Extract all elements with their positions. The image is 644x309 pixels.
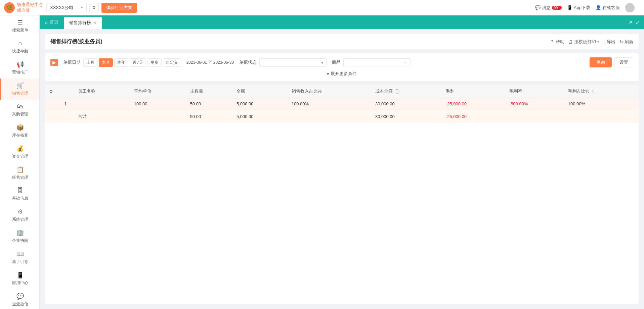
- date-btn-last-7-days[interactable]: 近7天: [130, 58, 146, 67]
- sidebar-item-marketing[interactable]: 📢 营销推广: [0, 57, 39, 79]
- weixin-icon: 💬: [16, 293, 24, 300]
- table-container: ⚙ 员工名称 平均单价 主数量 全额 销售收入占比% 成本全额 i: [45, 85, 639, 304]
- cell-sales-pct: 100.00%: [288, 98, 371, 110]
- sidebar-item-finance[interactable]: 💰 资金管理: [0, 142, 39, 163]
- sales-rank-table: ⚙ 员工名称 平均单价 主数量 全额 销售收入占比% 成本全额 i: [45, 85, 639, 123]
- date-btn-custom[interactable]: 自定义: [163, 58, 181, 67]
- home-icon: ⌂: [45, 20, 48, 25]
- date-btn-this-month[interactable]: 本月: [99, 58, 113, 67]
- sidebar-item-enterprise[interactable]: 🏢 企业协同: [0, 226, 39, 247]
- goods-filter-label: 商品: [332, 59, 341, 65]
- sidebar-label-purchase-mgmt: 采购管理: [12, 111, 28, 117]
- sidebar-label-enterprise: 企业协同: [12, 238, 28, 244]
- col-settings: ⚙: [45, 85, 57, 98]
- col-gross-rate: 毛利率: [505, 85, 564, 98]
- footer-sales-pct-cell: [288, 110, 371, 123]
- footer-cost-cell: 30,000.00: [371, 110, 442, 123]
- footer-settings-cell: [45, 110, 57, 123]
- col-settings-icon[interactable]: ⚙: [49, 89, 53, 94]
- footer-amount-cell: 5,000.00: [232, 110, 288, 123]
- message-button[interactable]: 💬 消息 99+: [535, 5, 562, 11]
- sidebar-item-system-mgmt[interactable]: ⚙ 系统管理: [0, 205, 39, 226]
- tab-bar: ⌂ 首页 销售排行榜 ✕ ✕ ⤢: [40, 15, 644, 29]
- guide-icon: 📖: [16, 250, 24, 258]
- avatar[interactable]: [625, 3, 635, 12]
- sidebar-label-marketing: 营销推广: [12, 69, 28, 75]
- sidebar-item-inventory[interactable]: 📦 库存核算: [0, 120, 39, 142]
- operations-icon: 📋: [16, 166, 24, 173]
- sidebar-label-operations: 经营管理: [12, 175, 28, 181]
- col-avg-price: 平均单价: [130, 85, 186, 98]
- sidebar-item-sales-mgmt[interactable]: 🛒 销售管理: [0, 79, 39, 100]
- app-download-button[interactable]: 📱 App下载: [567, 5, 590, 11]
- header-actions: ？ 帮助 🖨 按模板打印 ▾ ↓ 导出 ↻ 刷新: [550, 39, 634, 45]
- query-button[interactable]: 查询: [590, 57, 612, 67]
- goods-select-more: ···: [404, 60, 407, 65]
- footer-gross-cell: -25,000.00: [442, 110, 505, 123]
- status-select[interactable]: ▾: [259, 58, 327, 67]
- filter-date-item: 单据日期 上月 本月 本年 近7天 更多 自定义: [63, 58, 181, 67]
- sidebar: ☰ 搜索菜单 ⌂ 快捷导航 📢 营销推广 🛒 销售管理 🛍 采购管理 📦 库存核…: [0, 15, 40, 309]
- refresh-button[interactable]: ↻ 刷新: [619, 39, 633, 45]
- sidebar-label-finance: 资金管理: [12, 154, 28, 159]
- gross-pct-sort-icon[interactable]: ⇅: [591, 90, 594, 93]
- sidebar-item-quick-nav[interactable]: ⌂ 快捷导航: [0, 37, 39, 57]
- date-range-buttons: 上月 本月 本年 近7天 更多 自定义: [83, 58, 181, 67]
- cell-cost: 30,000.00: [371, 98, 442, 110]
- sidebar-item-operations[interactable]: 📋 经营管理: [0, 163, 39, 184]
- topbar-settings-button[interactable]: ⚙: [89, 3, 99, 12]
- search-order-icon: ☰: [17, 19, 23, 26]
- date-range-display: 2023-06-01 至 2023-06-30: [186, 60, 234, 65]
- print-button[interactable]: 🖨 按模板打印 ▾: [568, 39, 599, 45]
- online-service-icon: 👤: [596, 5, 601, 10]
- goods-select[interactable]: ···: [343, 58, 411, 66]
- sidebar-item-guide[interactable]: 📖 新手引导: [0, 247, 39, 268]
- sidebar-item-purchase-mgmt[interactable]: 🛍 采购管理: [0, 100, 39, 120]
- tab-sales-rank[interactable]: 销售排行榜 ✕: [64, 17, 102, 29]
- sidebar-item-base-info[interactable]: 🗄 基础信息: [0, 184, 39, 205]
- filter-toggle-button[interactable]: ▶: [50, 59, 58, 66]
- expand-down-icon: ▾: [327, 71, 329, 76]
- base-info-icon: 🗄: [17, 187, 23, 194]
- purchase-mgmt-icon: 🛍: [17, 103, 23, 110]
- table-footer-row: 合计 50.00 5,000.00 30,000.00 -25,000.00: [45, 110, 639, 123]
- tab-close-icon[interactable]: ✕: [93, 20, 96, 25]
- finance-icon: 💰: [16, 145, 24, 152]
- sidebar-label-app-center: 应用中心: [12, 280, 28, 286]
- col-amount: 全额: [232, 85, 288, 98]
- sidebar-label-weixin: 企业微信: [12, 301, 28, 307]
- cost-info-icon[interactable]: i: [395, 89, 399, 94]
- app-download-icon: 📱: [567, 5, 572, 10]
- sidebar-label-base-info: 基础信息: [12, 196, 28, 201]
- main-layout: ☰ 搜索菜单 ⌂ 快捷导航 📢 营销推广 🛒 销售管理 🛍 采购管理 📦 库存核…: [0, 15, 644, 309]
- sidebar-label-guide: 新手引导: [12, 259, 28, 265]
- company-selector[interactable]: XXXXX公司 ▾: [46, 3, 87, 12]
- message-icon: 💬: [535, 5, 541, 10]
- date-btn-more[interactable]: 更多: [147, 58, 162, 67]
- marketing-icon: 📢: [16, 61, 24, 68]
- filter-settings-button[interactable]: 设置: [614, 57, 633, 67]
- refresh-icon: ↻: [619, 39, 623, 44]
- tab-expand-icon[interactable]: ⤢: [636, 19, 640, 25]
- content-area: ⌂ 首页 销售排行榜 ✕ ✕ ⤢ 销售排行榜(按业务员) ？ 帮助: [40, 15, 644, 309]
- cell-gross-rate: -500.00%: [505, 98, 564, 110]
- trial-button[interactable]: 体验行业方案: [101, 3, 137, 13]
- tab-minimize-icon[interactable]: ✕: [629, 19, 633, 25]
- filter-right-actions: 查询 设置: [590, 57, 633, 67]
- export-button[interactable]: ↓ 导出: [603, 39, 616, 45]
- date-btn-this-year[interactable]: 本年: [114, 58, 128, 67]
- status-select-chevron: ▾: [321, 60, 324, 65]
- expand-conditions-button[interactable]: ▾ 展开更多条件: [327, 71, 357, 77]
- online-service-button[interactable]: 👤 在线客服: [596, 5, 620, 11]
- footer-gross-pct-cell: [564, 110, 639, 123]
- sidebar-item-weixin[interactable]: 💬 企业微信: [0, 289, 39, 309]
- table-header-row: ⚙ 员工名称 平均单价 主数量 全额 销售收入占比% 成本全额 i: [45, 85, 639, 98]
- help-button[interactable]: ？ 帮助: [550, 39, 564, 45]
- sidebar-item-app-center[interactable]: 📱 应用中心: [0, 268, 39, 289]
- sidebar-item-search-order[interactable]: ☰ 搜索菜单: [0, 15, 39, 37]
- system-mgmt-icon: ⚙: [17, 208, 23, 215]
- date-btn-last-month[interactable]: 上月: [83, 58, 97, 67]
- tab-home[interactable]: ⌂ 首页: [40, 15, 64, 29]
- col-quantity: 主数量: [186, 85, 232, 98]
- filter-expand-row: ▾ 展开更多条件: [50, 71, 633, 77]
